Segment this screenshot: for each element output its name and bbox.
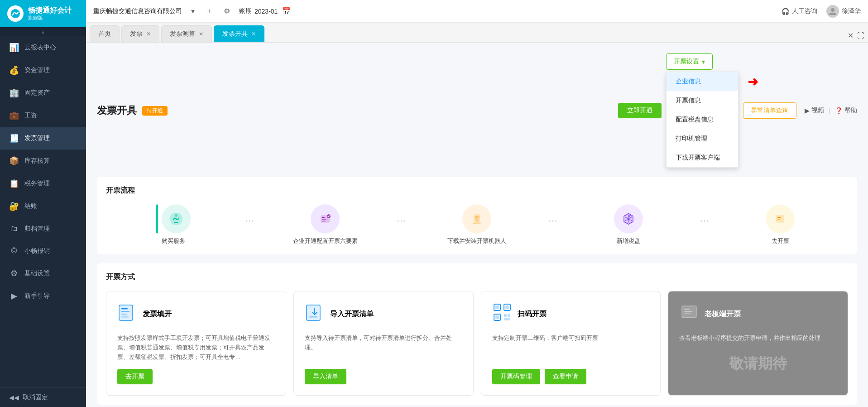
main-content: 发票开具 待开通 立即开通 开票设置 ▾ 企业信息 ➜ 开票信息 [86,43,868,407]
svg-rect-37 [508,314,510,317]
svg-rect-42 [684,311,692,312]
tab-fapiaocesuan-close[interactable]: ✕ [199,31,203,37]
svg-rect-6 [322,219,326,220]
sidebar-item-jiezhang[interactable]: 🔐 结账 [0,195,86,218]
method-card-scan-header: 扫码开票 [492,302,650,326]
sidebar-item-jichushezhi[interactable]: ⚙ 基础设置 [0,262,86,285]
support-label: 人工咨询 [792,7,817,15]
play-icon: ▶ [805,107,810,114]
fill-footer: 去开票 [117,369,275,384]
video-label: 视频 [811,107,824,115]
svg-rect-41 [684,309,690,310]
method-section-title: 开票方式 [106,272,848,282]
step2-circle [311,204,340,233]
sidebar-item-zijin[interactable]: 💰 资金管理 [0,59,86,82]
sidebar-item-xinshouyindao[interactable]: ▶ 新手引导 [0,285,86,307]
dropdown-item-qiye[interactable]: 企业信息 ➜ [667,72,738,91]
period-display: 账期 2023-01 📅 [239,5,293,17]
yunbao-icon: 📊 [9,43,19,53]
sidebar-item-fapiao[interactable]: 🧾 发票管理 [0,127,86,150]
svg-rect-24 [121,311,129,312]
help-label: 帮助 [844,107,857,115]
exception-btn[interactable]: 异常清单查询 [743,102,796,119]
import-desc: 支持导入待开票清单，可对待开票清单进行拆分、合并处理。 [305,334,462,353]
user-profile-btn[interactable]: 徐泽华 [826,5,861,18]
tab-home-label: 首页 [98,30,111,38]
scan-desc: 支持定制开票二维码，客户端可扫码开票 [492,334,650,343]
status-badge: 待开通 [142,106,168,116]
tab-close-all-btn[interactable]: ✕ [848,31,854,40]
step1-label: 购买服务 [162,237,185,245]
sidebar-label-yunbao: 云报表中心 [24,44,56,52]
flow-section: 开票流程 购买服务 ··· [97,177,857,254]
dropdown-item-kaipiao[interactable]: 开票信息 [667,91,738,110]
sidebar-item-gudingzichan[interactable]: 🏢 固定资产 [0,82,86,104]
sidebar-item-xiaochang[interactable]: © 小畅报销 [0,240,86,262]
svg-rect-25 [121,314,127,315]
topbar: 重庆畅捷交通信息咨询有限公司 ▾ ＋ ⚙ 账期 2023-01 📅 🎧 人工咨询… [86,0,868,23]
svg-rect-10 [475,216,479,218]
svg-rect-12 [473,223,481,224]
dropdown-item-dayinji[interactable]: 打印机管理 [667,129,738,148]
arrow2: ··· [397,214,406,227]
scan-apply-btn[interactable]: 查看申请 [545,369,586,384]
import-title: 导入开票清单 [330,310,374,319]
fill-title: 发票填开 [143,310,172,319]
page-title: 发票开具 [97,104,137,117]
sidebar-label-xinshouyindao: 新手引导 [24,292,50,300]
tab-fapiao-close[interactable]: ✕ [146,31,151,37]
scroll-up[interactable]: ▲ [0,27,86,36]
tab-fapiaocesuan[interactable]: 发票测算 ✕ [161,25,212,42]
page-title-area: 发票开具 待开通 [97,104,168,117]
scan-footer: 开票码管理 查看申请 [492,369,650,384]
username-label: 徐泽华 [842,7,861,15]
tab-fapiaokaichu[interactable]: 发票开具 ✕ [214,25,264,42]
help-icon: ❓ [835,107,843,114]
topbar-right: 🎧 人工咨询 徐泽华 [782,5,861,18]
svg-rect-38 [504,318,510,320]
company-name: 重庆畅捷交通信息咨询有限公司 [93,7,182,15]
sidebar-bottom-cancel[interactable]: ◀◀ 取消固定 [0,388,86,407]
tab-fapiao[interactable]: 发票 ✕ [121,25,159,42]
svg-rect-5 [322,217,325,218]
support-btn[interactable]: 🎧 人工咨询 [782,7,817,15]
arrow1: ··· [245,214,254,227]
settings-dropdown-menu: 企业信息 ➜ 开票信息 配置税盘信息 打印机管理 下载开票客户端 [666,72,739,168]
add-company-btn[interactable]: ＋ [204,5,215,18]
tab-maximize-btn[interactable]: ⛶ [857,32,864,40]
company-dropdown-btn[interactable]: ▾ [189,5,197,17]
flow-step-5: 去开票 [713,204,848,245]
sidebar-item-kucun[interactable]: 📦 库存核算 [0,150,86,172]
tab-home[interactable]: 首页 [90,25,120,42]
help-btn[interactable]: ❓ 帮助 [835,107,857,115]
dropdown-item-peizhi[interactable]: 配置税盘信息 [667,110,738,129]
step1-bar [156,204,158,233]
step5-circle [766,204,795,233]
svg-rect-35 [495,315,499,319]
activate-btn[interactable]: 立即开通 [618,103,662,118]
step1-circle [162,204,191,233]
sidebar-label-gongzi: 工资 [24,111,37,120]
sidebar-item-gongzi[interactable]: 💼 工资 [0,104,86,127]
settings-btn[interactable]: ⚙ [222,5,232,17]
dropdown-item-qiye-label: 企业信息 [676,78,701,85]
settings-btn[interactable]: 开票设置 ▾ [666,53,713,70]
sidebar-item-guidang[interactable]: 🗂 归档管理 [0,218,86,240]
svg-rect-7 [322,221,326,222]
sidebar-item-yunbao[interactable]: 📊 云报表中心 [0,36,86,59]
tab-fapiaokaichu-close[interactable]: ✕ [251,31,256,37]
sidebar-item-shuiwu[interactable]: 📋 税务管理 [0,172,86,195]
calendar-btn[interactable]: 📅 [280,5,293,17]
step5-label: 去开票 [772,237,789,245]
import-btn[interactable]: 导入清单 [305,369,346,384]
dropdown-item-xiazai[interactable]: 下载开票客户端 [667,148,738,167]
svg-rect-19 [777,217,781,218]
video-btn[interactable]: ▶ 视频 [805,107,824,115]
sidebar-label-shuiwu: 税务管理 [24,179,50,188]
boss-desc: 查看老板端小程序提交的开票申请，并作出相应的处理 [679,334,837,343]
tab-fapiaocesuan-label: 发票测算 [170,30,195,38]
header-actions: 立即开通 开票设置 ▾ 企业信息 ➜ 开票信息 [618,53,857,168]
fill-icon [117,302,137,326]
fill-goto-btn[interactable]: 去开票 [117,369,153,384]
scan-manage-btn[interactable]: 开票码管理 [492,369,540,384]
